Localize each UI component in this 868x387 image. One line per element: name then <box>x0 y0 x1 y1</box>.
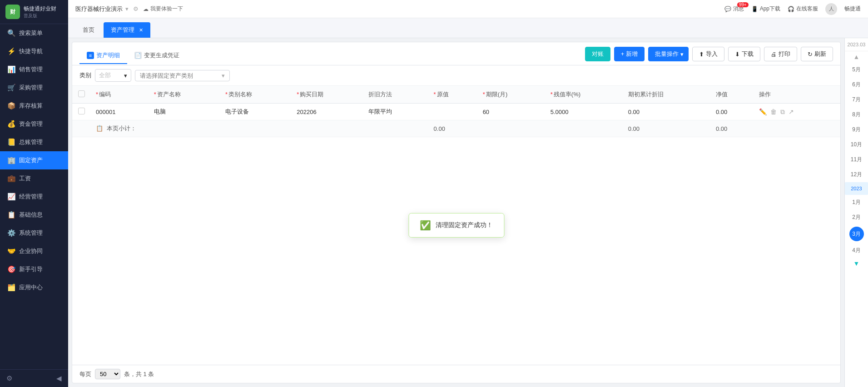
settings-gear-icon[interactable]: ⚙ <box>133 5 139 12</box>
category-select-value: 全部 <box>99 71 111 79</box>
online-service-btn[interactable]: 🎧 在线客服 <box>788 5 818 13</box>
asset-detail-tab-icon: ≡ <box>87 52 94 59</box>
change-voucher-tab-icon: 📄 <box>134 52 142 59</box>
col-period-months: *期限(月) <box>477 86 545 104</box>
subtotal-label: 📋 本页小计： <box>90 120 428 137</box>
refresh-button[interactable]: ↻ 刷新 <box>801 47 833 61</box>
export-button[interactable]: ⬆ 导入 <box>692 47 724 61</box>
right-panel-month-10[interactable]: 10月 <box>845 137 868 152</box>
page-size-select[interactable]: 50 100 200 <box>95 369 120 379</box>
subtotal-empty3 <box>545 120 623 137</box>
pagination-bar: 每页 50 100 200 条，共 1 条 <box>72 365 840 383</box>
toast-overlay: ✅ 清理固定资产成功！ <box>408 213 504 238</box>
more-icon[interactable]: ↗ <box>789 108 794 116</box>
company-selector[interactable]: 医疗器械行业演示 ▾ <box>75 5 129 13</box>
sales-icon: 📊 <box>7 65 15 74</box>
sidebar-item-inventory[interactable]: 📦 库存核算 <box>0 97 68 115</box>
main-area: 医疗器械行业演示 ▾ ⚙ ☁ 我要体验一下 💬 消息 99+ 📱 App下载 🎧… <box>68 0 868 387</box>
new-label: + 新增 <box>621 50 638 58</box>
sidebar-item-label: 库存核算 <box>19 102 43 110</box>
right-panel-month-7[interactable]: 7月 <box>845 92 868 107</box>
reconcile-button[interactable]: 对账 <box>585 47 610 61</box>
sidebar: 财 畅捷通好业财 普及版 🔍 搜索菜单 ⚡ 快捷导航 📊 销售管理 🛒 采购管理… <box>0 0 68 387</box>
table-wrap[interactable]: *编码 *资产名称 *类别名称 *购买日期 折旧方法 *原值 *期限(月) *残… <box>72 86 840 137</box>
new-button[interactable]: + 新增 <box>614 47 645 61</box>
right-panel: 2023.03 ▲ 5月 6月 7月 8月 9月 10月 11月 12月 202… <box>844 38 868 387</box>
right-panel-month-1[interactable]: 1月 <box>845 195 868 210</box>
edit-icon[interactable]: ✏️ <box>759 108 767 116</box>
settings-icon[interactable]: ⚙ <box>6 374 12 382</box>
experience-btn[interactable]: ☁ 我要体验一下 <box>143 5 183 13</box>
sub-tab-change-voucher[interactable]: 📄 变更生成凭证 <box>127 48 187 64</box>
app-logo-text: 畅捷通好业财 普及版 <box>24 5 56 19</box>
right-panel-up-icon[interactable]: ▲ <box>853 53 860 60</box>
username: 畅捷通 <box>844 5 861 13</box>
category-select[interactable]: 全部 ▾ <box>95 69 131 82</box>
app-center-icon: 🗂️ <box>7 283 15 292</box>
message-btn[interactable]: 💬 消息 99+ <box>724 5 744 13</box>
asset-table: *编码 *资产名称 *类别名称 *购买日期 折旧方法 *原值 *期限(月) *残… <box>72 86 840 137</box>
filter-row: 类别 全部 ▾ ▾ <box>72 65 840 86</box>
right-panel-month-6[interactable]: 6月 <box>845 77 868 92</box>
subtotal-empty2 <box>477 120 545 137</box>
funds-icon: 💰 <box>7 120 15 128</box>
right-panel-month-4[interactable]: 4月 <box>845 243 868 258</box>
cell-depreciation-method: 年限平均 <box>363 104 428 120</box>
right-panel-month-12[interactable]: 12月 <box>845 167 868 182</box>
sidebar-item-ledger[interactable]: 📒 总账管理 <box>0 133 68 151</box>
print-button[interactable]: 🖨 打印 <box>764 47 797 61</box>
sidebar-item-payroll[interactable]: 💼 工资 <box>0 169 68 188</box>
sidebar-item-basics[interactable]: 📋 基础信息 <box>0 206 68 224</box>
subtotal-actions-empty <box>754 120 840 137</box>
right-panel-month-2[interactable]: 2月 <box>845 210 868 225</box>
download-button[interactable]: ⬇ 下载 <box>728 47 760 61</box>
collapse-icon[interactable]: ◀ <box>56 374 62 382</box>
right-panel-month-8[interactable]: 8月 <box>845 107 868 122</box>
sidebar-item-label: 总账管理 <box>19 138 43 146</box>
sub-tabs: ≡ 资产明细 📄 变更生成凭证 对账 + 新增 批量操作 <box>72 42 840 65</box>
batch-button[interactable]: 批量操作 ▾ <box>648 47 689 61</box>
sidebar-item-fixed-assets[interactable]: 🏢 固定资产 <box>0 151 68 169</box>
sidebar-item-operations[interactable]: 📈 经营管理 <box>0 188 68 206</box>
sidebar-item-app-center[interactable]: 🗂️ 应用中心 <box>0 278 68 297</box>
right-panel-current-month[interactable]: 3月 <box>849 227 864 241</box>
right-panel-down-icon[interactable]: ▼ <box>853 260 860 267</box>
batch-dropdown-icon: ▾ <box>680 51 684 58</box>
tab-asset-mgmt[interactable]: 资产管理 ✕ <box>104 22 150 38</box>
success-toast: ✅ 清理固定资产成功！ <box>408 213 504 238</box>
sub-tab-asset-detail[interactable]: ≡ 资产明细 <box>79 48 127 64</box>
cell-net-value: 0.00 <box>710 104 754 120</box>
header-checkbox[interactable] <box>78 90 85 97</box>
copy-icon[interactable]: ⧉ <box>780 108 785 116</box>
app-download-btn[interactable]: 📱 App下载 <box>751 5 780 13</box>
table-container: *编码 *资产名称 *类别名称 *购买日期 折旧方法 *原值 *期限(月) *残… <box>72 86 840 365</box>
company-dropdown-icon: ▾ <box>125 5 129 12</box>
sidebar-item-enterprise[interactable]: 🤝 企业协同 <box>0 242 68 260</box>
sidebar-item-funds[interactable]: 💰 资金管理 <box>0 115 68 133</box>
category-input-wrap[interactable]: ▾ <box>135 70 230 81</box>
cell-name: 电脑 <box>149 104 220 120</box>
sidebar-item-quick-nav[interactable]: ⚡ 快捷导航 <box>0 42 68 60</box>
tab-home[interactable]: 首页 <box>75 22 102 38</box>
sidebar-item-label: 固定资产 <box>19 156 43 164</box>
right-panel-month-9[interactable]: 9月 <box>845 122 868 137</box>
quick-nav-icon: ⚡ <box>7 47 15 55</box>
sidebar-item-sales[interactable]: 📊 销售管理 <box>0 60 68 79</box>
row-checkbox[interactable] <box>78 108 85 114</box>
right-panel-month-11[interactable]: 11月 <box>845 152 868 167</box>
sidebar-item-search[interactable]: 🔍 搜索菜单 <box>0 24 68 42</box>
sidebar-item-label: 搜索菜单 <box>19 29 43 37</box>
app-download-icon: 📱 <box>751 6 758 12</box>
sidebar-item-guide[interactable]: 🎯 新手引导 <box>0 260 68 278</box>
tab-close-icon[interactable]: ✕ <box>139 27 143 33</box>
category-input[interactable] <box>140 72 222 79</box>
sidebar-item-purchase[interactable]: 🛒 采购管理 <box>0 79 68 97</box>
sidebar-item-system[interactable]: ⚙️ 系统管理 <box>0 224 68 242</box>
cell-period-months: 60 <box>477 104 545 120</box>
reconcile-label: 对账 <box>592 50 604 58</box>
cell-actions: ✏️ 🗑 ⧉ ↗ <box>754 104 840 120</box>
refresh-icon: ↻ <box>808 51 813 58</box>
sidebar-nav: 🔍 搜索菜单 ⚡ 快捷导航 📊 销售管理 🛒 采购管理 📦 库存核算 💰 资金管… <box>0 24 68 369</box>
delete-icon[interactable]: 🗑 <box>770 108 777 116</box>
right-panel-month-5[interactable]: 5月 <box>845 62 868 77</box>
